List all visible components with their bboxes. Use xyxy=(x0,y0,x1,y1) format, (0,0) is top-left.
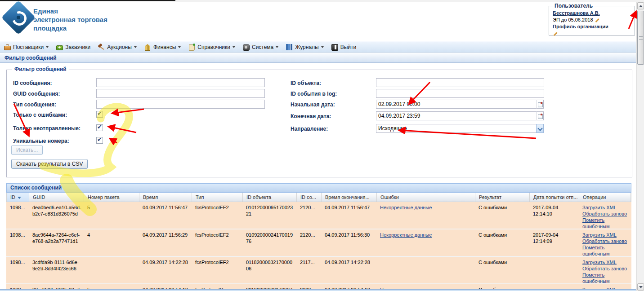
column-header-id[interactable]: ID xyxy=(7,193,29,202)
operation-link[interactable]: Загрузить XML xyxy=(582,260,617,265)
arrow-down-icon xyxy=(639,286,643,288)
cell-result: С ошибками xyxy=(475,202,529,229)
menu-label: Заказчики xyxy=(65,44,90,50)
cell-type: fcsProtocolEF2 xyxy=(192,257,242,283)
menu-system[interactable]: Система xyxy=(242,44,278,51)
menu-label: Выйти xyxy=(340,44,357,50)
menu-label: Аукционы xyxy=(107,44,132,50)
column-header-attempt[interactable]: Дата попытки отп... xyxy=(530,193,579,202)
cell-id: 1098... xyxy=(6,229,29,256)
brand-title: Единая электронная торговая площадка xyxy=(33,7,107,32)
start-date-input[interactable] xyxy=(376,100,537,109)
message-type-label: Тип сообщения: xyxy=(13,101,56,108)
grid-panel-title: Список сообщений xyxy=(6,183,631,193)
error-link[interactable]: Некорректные данные xyxy=(380,232,432,238)
menu-auctions[interactable]: Аукционы xyxy=(98,44,137,51)
message-id-input[interactable] xyxy=(96,78,265,87)
cell-attempt xyxy=(529,257,579,283)
operation-link[interactable]: Обработать заново xyxy=(582,211,627,216)
download-csv-button[interactable]: Скачать результаты в CSV xyxy=(11,159,88,169)
filter-legend: Фильтр сообщений xyxy=(12,66,69,72)
app-window: Единая электронная торговая площадка Пол… xyxy=(0,0,644,291)
scrollbar-thumb[interactable] xyxy=(637,11,644,65)
unique-numbers-checkbox[interactable] xyxy=(96,137,103,144)
menu-label: Система xyxy=(252,44,273,50)
column-header-guid[interactable]: GUID xyxy=(29,193,84,202)
table-row: 1098...dea0bed6-ea10-a56d-b2c7-e831d3260… xyxy=(6,202,631,229)
chevron-down-icon[interactable] xyxy=(536,124,544,133)
only-errors-checkbox[interactable] xyxy=(96,111,103,118)
cell-error: Некорректные данные xyxy=(376,202,475,229)
column-header-ops[interactable]: Операции xyxy=(579,193,631,202)
calendar-icon[interactable] xyxy=(536,111,544,120)
chevron-down-icon xyxy=(321,46,324,48)
menu-exit[interactable]: Выйти xyxy=(331,44,357,51)
object-id-label: ID объекта: xyxy=(291,80,321,86)
bottom-strip xyxy=(0,289,636,291)
column-header-end_time[interactable]: Время окончания... xyxy=(322,193,377,202)
table-row: 1098...8ac9644a-7264-e6ef-e768-a2b2a7747… xyxy=(6,229,631,257)
operation-link[interactable]: Обработать заново xyxy=(582,238,627,244)
menu-directories[interactable]: Справочники xyxy=(188,44,235,51)
org-profile-link[interactable]: Профиль организации xyxy=(553,24,608,29)
cell-guid: dea0bed6-ea10-a56d-b2c7-e831d326075d xyxy=(29,202,84,229)
column-header-result[interactable]: Результат xyxy=(475,193,530,202)
menu-journals[interactable]: Журналы xyxy=(286,44,323,51)
pencil-icon[interactable] xyxy=(553,31,558,36)
operation-link[interactable]: Пометить ошибочным xyxy=(582,245,610,256)
only-unsent-checkbox[interactable] xyxy=(96,124,103,131)
column-header-error[interactable]: Ошибки xyxy=(377,193,475,202)
column-header-type[interactable]: Тип xyxy=(192,193,243,202)
exit-icon xyxy=(331,44,338,51)
vertical-scrollbar[interactable] xyxy=(636,2,644,291)
operation-link[interactable]: Пометить ошибочным xyxy=(582,272,610,283)
message-type-input[interactable] xyxy=(96,100,265,109)
cell-time: 04.09.2017 14:22:28 xyxy=(139,257,192,283)
operation-link[interactable]: Загрузить XML xyxy=(582,232,617,238)
cell-ops: Загрузить XMLОбработать зановоПометить о… xyxy=(579,229,631,256)
grid-header-row: IDGUIDНомер пакетаВремяТипID объектаID с… xyxy=(6,193,631,202)
chevron-down-icon xyxy=(46,46,49,48)
cell-attempt: 2017-09-04 12:14:09 xyxy=(529,229,579,256)
cell-end_time: 04.09.2017 14:22:28 xyxy=(321,257,376,283)
menu-label: Справочники xyxy=(197,44,230,50)
message-guid-input[interactable] xyxy=(96,89,265,98)
column-header-object_id[interactable]: ID объекта xyxy=(243,193,297,202)
scroll-up-button[interactable] xyxy=(637,2,644,9)
operation-link[interactable]: Загрузить XML xyxy=(582,205,617,210)
object-id-input[interactable] xyxy=(376,78,544,87)
pencil-icon[interactable] xyxy=(595,18,600,22)
cell-object_id: 0109200002417001976 xyxy=(242,229,296,256)
error-link[interactable]: Некорректные данные xyxy=(380,205,432,210)
user-name-link[interactable]: Бесстрашнова А.В. xyxy=(553,10,600,16)
column-header-time[interactable]: Время xyxy=(139,193,192,202)
scroll-down-button[interactable] xyxy=(637,283,644,291)
cell-packet: 5 xyxy=(84,202,139,229)
direction-label: Направление: xyxy=(291,126,328,132)
cell-object_id: 0118200003217000006 xyxy=(242,257,296,283)
menu-label: Поставщики xyxy=(13,44,44,50)
cell-object_id: 0101200009517002321 xyxy=(242,202,296,229)
menu-suppliers[interactable]: Поставщики xyxy=(4,44,49,51)
operation-link[interactable]: Пометить ошибочным xyxy=(582,217,610,229)
column-header-id_so[interactable]: ID со... xyxy=(297,193,322,202)
page-title: Фильтр сообщений xyxy=(0,53,636,63)
search-button[interactable]: Искать... xyxy=(11,145,43,155)
direction-select[interactable] xyxy=(376,124,537,133)
cell-end_time: 04.09.2017 11:56:30 xyxy=(321,229,376,256)
only-errors-label: Только с ошибками: xyxy=(13,112,67,118)
menu-finance[interactable]: Финансы xyxy=(144,44,181,51)
journals-icon xyxy=(286,44,293,51)
column-header-packet[interactable]: Номер пакета xyxy=(84,193,139,202)
green-case-icon xyxy=(56,44,63,51)
menu-customers[interactable]: Заказчики xyxy=(56,44,90,51)
end-date-input[interactable] xyxy=(376,111,537,120)
cell-id_so: 2120... xyxy=(296,202,321,229)
main-menubar: Поставщики Заказчики Аукционы Финансы Сп… xyxy=(0,41,636,53)
log-event-id-input[interactable] xyxy=(376,89,544,98)
operation-link[interactable]: Обработать заново xyxy=(582,266,627,271)
filter-panel: Фильтр сообщений ID сообщения: GUID сооб… xyxy=(6,70,632,177)
cell-packet xyxy=(84,257,139,283)
calendar-icon[interactable] xyxy=(536,100,544,109)
briefcase-icon xyxy=(4,44,11,51)
